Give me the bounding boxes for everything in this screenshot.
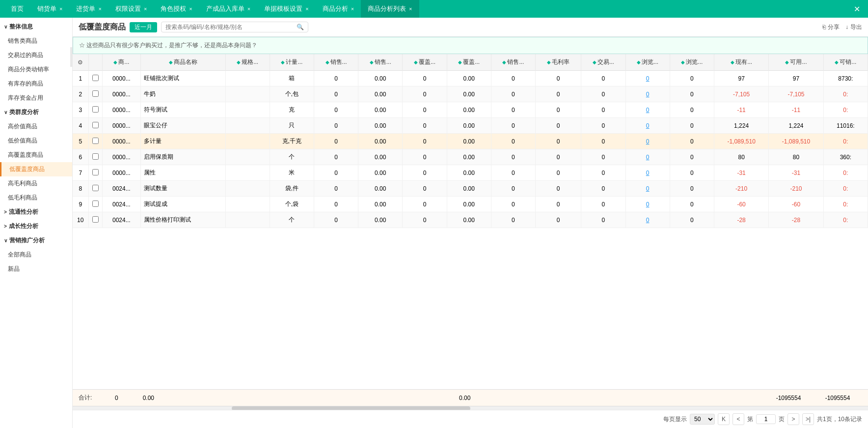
cell-cov2: 0.00 [447,86,491,102]
first-page-button[interactable]: K [718,413,730,425]
col-coverage2[interactable]: ◆覆盖... [447,54,491,71]
cell-browse1[interactable]: 0 [625,71,670,86]
sidebar-item-low-value[interactable]: 低价值商品 [0,134,72,148]
col-saleable[interactable]: ◆可销... [823,54,868,71]
window-close-button[interactable]: ✕ [849,0,864,18]
col-browse1[interactable]: ◆浏览... [625,54,670,71]
nav-close-product-analysis[interactable]: × [351,6,354,12]
nav-purchase[interactable]: 进货单 × [69,0,108,18]
sidebar-section-group-analysis[interactable]: ∨ 类群度分析 [0,105,72,119]
sidebar-item-all-products[interactable]: 全部商品 [0,248,72,262]
nav-close-purchase[interactable]: × [98,6,101,12]
period-button[interactable]: 近一月 [130,22,157,32]
sidebar-item-traded-products[interactable]: 交易过的商品 [0,48,72,62]
sidebar-item-high-value[interactable]: 高价值商品 [0,119,72,134]
nav-close-permission[interactable]: × [144,6,147,12]
cell-browse1[interactable]: 0 [625,212,670,228]
col-spec[interactable]: ◆规格... [225,54,270,71]
cell-trade: 0 [581,165,625,181]
next-page-button[interactable]: > [787,413,799,425]
cell-checkbox[interactable] [88,118,102,134]
nav-close-finished-goods[interactable]: × [247,6,250,12]
nav-permission[interactable]: 权限设置 × [108,0,154,18]
cell-browse1[interactable]: 0 [625,197,670,212]
prev-page-button[interactable]: < [732,413,744,425]
col-sales-amt[interactable]: ◆销售... [358,54,403,71]
share-button[interactable]: ⎗ 分享 [822,23,840,31]
cell-checkbox[interactable] [88,197,102,212]
cell-checkbox[interactable] [88,134,102,149]
horizontal-scrollbar[interactable] [73,406,868,410]
cell-sales-amt: 0.00 [358,118,403,134]
sidebar-item-inventory-capital[interactable]: 库存资金占用 [0,91,72,105]
nav-home[interactable]: 首页 [4,0,30,18]
cell-current: -7,105 [714,86,768,102]
sidebar-item-high-coverage[interactable]: 高覆盖度商品 [0,148,72,162]
col-settings[interactable]: ⚙ [73,54,88,71]
nav-product-analysis[interactable]: 商品分析 × [316,0,361,18]
nav-role[interactable]: 角色授权 × [154,0,199,18]
cell-browse1[interactable]: 0 [625,134,670,149]
col-code[interactable]: ◆商... [102,54,141,71]
nav-close-sales-order[interactable]: × [59,6,62,12]
search-input[interactable] [165,24,297,30]
export-button[interactable]: ↓ 导出 [845,23,862,31]
cell-cov2: 0.00 [447,181,491,197]
cell-browse1[interactable]: 0 [625,118,670,134]
cell-sales-qty: 0 [314,197,358,212]
sidebar-item-sales-products[interactable]: 销售类商品 [0,34,72,48]
table-container[interactable]: ⚙ ◆商... ◆商品名称 ◆规格... ◆计量... ◆销售... ◆销售..… [73,54,868,389]
cell-available: -210 [769,181,823,197]
nav-close-template[interactable]: × [305,6,308,12]
nav-sales-order[interactable]: 销货单 × [30,0,69,18]
col-sales-qty[interactable]: ◆销售... [314,54,358,71]
sidebar-item-in-stock-products[interactable]: 有库存的商品 [0,77,72,91]
settings-icon[interactable]: ⚙ [78,59,83,66]
col-coverage1[interactable]: ◆覆盖... [403,54,447,71]
search-icon[interactable]: 🔍 [297,24,304,30]
nav-product-analysis-list[interactable]: 商品分析列表 × [361,0,419,18]
sidebar-section-overall[interactable]: ∨ 整体信息 [0,20,72,34]
cell-sales-amt: 0.00 [358,149,403,165]
cell-browse1[interactable]: 0 [625,181,670,197]
sidebar-item-low-margin[interactable]: 低毛利商品 [0,191,72,205]
nav-finished-goods[interactable]: 产成品入库单 × [199,0,257,18]
sidebar-item-low-coverage[interactable]: 低覆盖度商品 [0,162,72,176]
col-available[interactable]: ◆可用... [769,54,823,71]
col-sales3[interactable]: ◆销售... [491,54,535,71]
table-row: 8 0024... 测试数量 袋,件 0 0.00 0 0.00 0 0 0 0… [73,181,868,197]
page-input[interactable] [756,414,776,424]
per-page-select[interactable]: 50 20 100 [690,414,715,425]
col-trade[interactable]: ◆交易... [581,54,625,71]
cell-name: 多计量 [141,134,225,149]
cell-browse1[interactable]: 0 [625,102,670,118]
cell-checkbox[interactable] [88,212,102,228]
col-name[interactable]: ◆商品名称 [141,54,225,71]
sidebar-item-category-sales-rate[interactable]: 商品分类动销率 [0,62,72,77]
sidebar-section-growth[interactable]: > 成长性分析 [0,219,72,233]
cell-checkbox[interactable] [88,181,102,197]
last-page-button[interactable]: >| [802,413,814,425]
total-current: -1095554 [764,395,813,401]
sidebar-item-new-products[interactable]: 新品 [0,262,72,276]
cell-checkbox[interactable] [88,149,102,165]
cell-browse1[interactable]: 0 [625,149,670,165]
cell-checkbox[interactable] [88,165,102,181]
sidebar-section-liquidity[interactable]: > 流通性分析 [0,205,72,219]
col-current[interactable]: ◆现有... [714,54,768,71]
col-browse2[interactable]: ◆浏览... [670,54,714,71]
nav-close-role[interactable]: × [189,6,192,12]
nav-close-product-analysis-list[interactable]: × [409,6,412,12]
col-gross-margin[interactable]: ◆毛利率 [536,54,581,71]
cell-checkbox[interactable] [88,71,102,86]
cell-browse1[interactable]: 0 [625,86,670,102]
col-unit[interactable]: ◆计量... [270,54,314,71]
nav-template-settings[interactable]: 单据模板设置 × [257,0,315,18]
cell-checkbox[interactable] [88,102,102,118]
cell-name: 属性 [141,165,225,181]
cell-checkbox[interactable] [88,86,102,102]
sidebar-section-marketing[interactable]: ∨ 营销推广分析 [0,233,72,248]
sidebar-item-high-margin[interactable]: 高毛利商品 [0,176,72,191]
cell-browse1[interactable]: 0 [625,165,670,181]
cell-saleable: 8730: [823,71,868,86]
